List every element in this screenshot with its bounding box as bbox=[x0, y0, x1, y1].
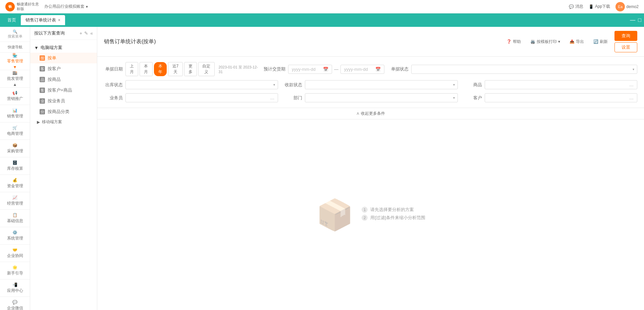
date-custom-btn[interactable]: 自定义 bbox=[198, 62, 214, 76]
user-area[interactable]: Ea demo2 bbox=[615, 2, 639, 11]
scheme-by-custprod-icon: 客 bbox=[40, 88, 45, 93]
message-button[interactable]: 💬 消息 bbox=[569, 4, 583, 9]
setting-button[interactable]: 设置 bbox=[614, 42, 637, 52]
ship-status-select[interactable] bbox=[129, 82, 274, 87]
scheme-item-by-salesman[interactable]: 业 按业务员 bbox=[30, 96, 97, 106]
scheme-by-category-icon: 分 bbox=[40, 109, 45, 114]
sidebar-item-marketing[interactable]: 📢 营销推广 bbox=[0, 88, 30, 105]
scheme-group-desktop-header[interactable]: ▼ 电脑端方案 bbox=[30, 43, 97, 53]
newbie-icon: 🌟 bbox=[12, 265, 17, 270]
print-template-button[interactable]: 🖨️ 按模板打印 ▾ bbox=[528, 38, 563, 46]
ecommerce-icon: 🛒 bbox=[12, 125, 17, 130]
date-last-7days-btn[interactable]: 近7天 bbox=[168, 62, 183, 76]
scheme-by-product-icon: 品 bbox=[40, 77, 45, 82]
tab-maximize-button[interactable]: □ bbox=[638, 17, 641, 23]
tab-home[interactable]: 首页 bbox=[3, 15, 21, 25]
top-header: 畅 畅捷通好生意 标版 办公用品行业模拟账套 ▾ 💬 消息 📱 App下载 Ea… bbox=[0, 0, 644, 13]
chevron-right-icon: ▶ bbox=[37, 120, 40, 124]
scheme-group-mobile: ▶ 移动端方案 bbox=[30, 117, 97, 127]
scheme-edit-button[interactable]: ✎ bbox=[84, 31, 88, 36]
header-right: 💬 消息 📱 App下载 Ea demo2 bbox=[569, 2, 639, 11]
scheme-item-by-category[interactable]: 分 按商品分类 bbox=[30, 106, 97, 117]
bill-date-label: 单据日期 bbox=[104, 66, 123, 72]
query-button[interactable]: 查询 bbox=[614, 31, 637, 41]
expected-date-end-input[interactable]: yyyy-mm-dd 📅 bbox=[340, 65, 384, 74]
system-icon: ⚙️ bbox=[12, 230, 17, 235]
sidebar-item-enterprise[interactable]: 🤝 企业协同 bbox=[0, 245, 30, 262]
logo-icon: 畅 bbox=[5, 2, 15, 11]
scheme-add-button[interactable]: + bbox=[79, 31, 82, 36]
receipt-status-select[interactable] bbox=[309, 82, 454, 87]
date-more-btn[interactable]: 更多 bbox=[184, 62, 197, 76]
sidebar-item-wholesale[interactable]: 🏬 批发管理 ▲ bbox=[0, 70, 30, 88]
operation-icon: 📈 bbox=[12, 195, 17, 200]
sidebar-item-newbie[interactable]: 🌟 新手引导 bbox=[0, 262, 30, 279]
scheme-tree: ▼ 电脑端方案 按 按单 客 按客户 品 按商品 bbox=[30, 40, 97, 130]
date-this-year-btn[interactable]: 本年 bbox=[154, 62, 167, 76]
date-this-month-btn[interactable]: 本月 bbox=[140, 62, 152, 76]
sidebar-item-system[interactable]: ⚙️ 系统管理 bbox=[0, 227, 30, 245]
calendar-icon: 📅 bbox=[323, 67, 328, 72]
scheme-item-by-product[interactable]: 品 按商品 bbox=[30, 74, 97, 85]
scheme-group-mobile-header[interactable]: ▶ 移动端方案 bbox=[30, 117, 97, 127]
wholesale-icon: 🏬 bbox=[12, 70, 17, 75]
date-range-text: 2023-01-01 至 2023-12-31 bbox=[219, 65, 258, 74]
receipt-status-select-wrap[interactable]: ▾ bbox=[305, 80, 458, 89]
sidebar-item-ecommerce[interactable]: 🛒 电商管理 bbox=[0, 122, 30, 140]
tab-sales-order-stat[interactable]: 销售订单统计表 × bbox=[21, 15, 65, 25]
tab-minimize-button[interactable]: — bbox=[630, 17, 635, 23]
collapse-bar[interactable]: ∧ 收起更多条件 bbox=[97, 108, 644, 119]
bill-status-select[interactable] bbox=[415, 67, 634, 72]
search-icon: 🔍 bbox=[13, 30, 17, 34]
dept-section: 部门 ▾ bbox=[283, 93, 458, 102]
scheme-by-order-icon: 按 bbox=[40, 55, 45, 61]
customer-more-button[interactable]: … bbox=[629, 95, 634, 100]
expected-date-inputs: yyyy-mm-dd 📅 — yyyy-mm-dd 📅 bbox=[288, 65, 384, 74]
tab-close-button[interactable]: × bbox=[58, 18, 60, 22]
dept-select-wrap[interactable]: ▾ bbox=[305, 93, 458, 102]
empty-illustration: 📦 bbox=[316, 197, 354, 232]
bill-status-select-wrap[interactable]: ▾ bbox=[411, 65, 637, 74]
scheme-item-by-customer-product[interactable]: 客 按客户+商品 bbox=[30, 85, 97, 96]
scheme-panel: 按以下方案查询 + ✎ « ▼ 电脑端方案 按 按单 bbox=[30, 27, 97, 310]
date-last-month-btn[interactable]: 上月 bbox=[125, 62, 138, 76]
scheme-item-by-customer[interactable]: 客 按客户 bbox=[30, 63, 97, 74]
expected-date-label: 预计交货期 bbox=[264, 66, 285, 72]
marketing-icon: 📢 bbox=[12, 91, 17, 95]
help-button[interactable]: ❓ 帮助 bbox=[504, 38, 524, 46]
basic-icon: 📋 bbox=[12, 213, 17, 217]
dept-select[interactable] bbox=[309, 95, 454, 100]
sidebar-item-wechat[interactable]: 💬 企业微信 bbox=[0, 297, 30, 310]
breadcrumb: 办公用品行业模拟账套 ▾ bbox=[44, 4, 88, 9]
sidebar-item-finance[interactable]: 💰 资金管理 bbox=[0, 175, 30, 192]
sidebar-item-retail[interactable]: 🏪 零售管理 ▼ bbox=[0, 53, 30, 70]
scheme-item-by-order[interactable]: 按 按单 bbox=[30, 53, 97, 63]
product-more-button[interactable]: … bbox=[629, 82, 634, 87]
sidebar-item-operation[interactable]: 📈 经营管理 bbox=[0, 192, 30, 210]
sidebar-item-sales[interactable]: 📊 销售管理 bbox=[0, 105, 30, 122]
sidebar-quick-nav[interactable]: 快捷导航 bbox=[0, 42, 30, 53]
refresh-icon: 🔄 bbox=[593, 39, 598, 44]
app-download-button[interactable]: 📱 App下载 bbox=[589, 4, 610, 9]
expected-date-start-input[interactable]: yyyy-mm-dd 📅 bbox=[288, 65, 332, 74]
sidebar-item-basic[interactable]: 📋 基础信息 bbox=[0, 210, 30, 227]
receipt-status-label: 收款状态 bbox=[283, 82, 302, 88]
avatar: Ea bbox=[615, 2, 625, 11]
sidebar-search[interactable]: 🔍 搜索菜单 bbox=[0, 27, 30, 42]
salesman-more-button[interactable]: … bbox=[270, 95, 274, 100]
ship-status-select-wrap[interactable]: ▾ bbox=[125, 80, 278, 89]
filter-row-3: 业务员 … 部门 ▾ 客户 bbox=[104, 93, 637, 102]
print-icon: 🖨️ bbox=[530, 39, 535, 44]
ship-status-label: 出库状态 bbox=[104, 82, 123, 88]
scheme-collapse-button[interactable]: « bbox=[90, 31, 93, 36]
date-separator: — bbox=[334, 67, 338, 72]
sales-icon: 📊 bbox=[12, 108, 17, 113]
sidebar-item-purchase[interactable]: 📦 采购管理 bbox=[0, 140, 30, 157]
refresh-button[interactable]: 🔄 刷新 bbox=[591, 38, 610, 46]
sidebar-item-inventory[interactable]: 🗄️ 库存核算 bbox=[0, 157, 30, 175]
sidebar-item-appcenter[interactable]: 📲 应用中心 bbox=[0, 279, 30, 297]
export-button[interactable]: 📤 导出 bbox=[567, 38, 587, 46]
scheme-group-desktop: ▼ 电脑端方案 按 按单 客 按客户 品 按商品 bbox=[30, 43, 97, 117]
step-1-num: 1 bbox=[362, 207, 368, 213]
scheme-header-actions: + ✎ « bbox=[79, 31, 93, 36]
